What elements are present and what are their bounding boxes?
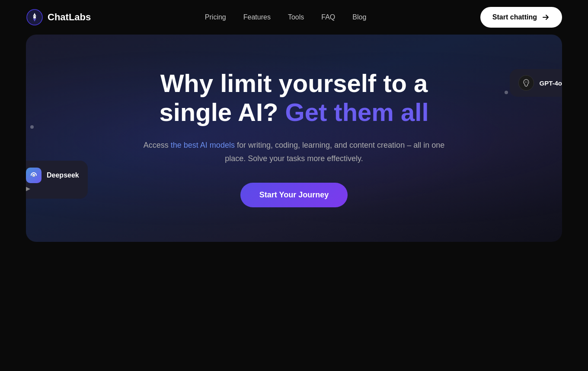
hero-title: Why limit yourself to a single AI? Get t…	[143, 69, 445, 127]
gpt-card: GPT-4o	[510, 69, 562, 97]
start-chatting-label: Start chatting	[492, 13, 537, 21]
arrow-right-icon	[541, 13, 550, 22]
hero-section: Deepseek ▶ GPT-4o Why limit yourself to …	[26, 35, 562, 242]
nav-links: Pricing Features Tools FAQ Blog	[205, 13, 366, 21]
nav-item-tools[interactable]: Tools	[288, 13, 304, 21]
deepseek-arrow: ▶	[26, 186, 30, 192]
deepseek-card: Deepseek ▶	[26, 161, 88, 199]
start-chatting-button[interactable]: Start chatting	[480, 7, 562, 28]
bottom-section	[0, 242, 588, 371]
hero-description: Access the best AI models for writing, c…	[143, 139, 445, 165]
start-journey-button[interactable]: Start Your Journey	[240, 183, 348, 207]
svg-point-1	[33, 16, 36, 19]
navbar: ChatLabs Pricing Features Tools FAQ Blog…	[0, 0, 588, 35]
dot-decoration-left	[30, 125, 34, 129]
dot-decoration-right	[505, 91, 508, 94]
hero-description-link: the best AI models	[171, 141, 235, 149]
svg-point-4	[525, 82, 526, 82]
gpt-icon	[518, 75, 534, 91]
logo-text: ChatLabs	[48, 12, 91, 23]
logo[interactable]: ChatLabs	[26, 9, 91, 26]
deepseek-icon	[26, 168, 42, 183]
hero-title-accent: Get them all	[285, 98, 429, 126]
nav-item-pricing[interactable]: Pricing	[205, 13, 226, 21]
gpt-name: GPT-4o	[539, 79, 562, 87]
deepseek-name: Deepseek	[47, 171, 79, 179]
hero-content: Why limit yourself to a single AI? Get t…	[143, 69, 445, 207]
nav-item-blog[interactable]: Blog	[352, 13, 366, 21]
svg-point-5	[527, 82, 527, 82]
nav-item-faq[interactable]: FAQ	[321, 13, 335, 21]
nav-item-features[interactable]: Features	[243, 13, 271, 21]
logo-icon	[26, 9, 43, 26]
